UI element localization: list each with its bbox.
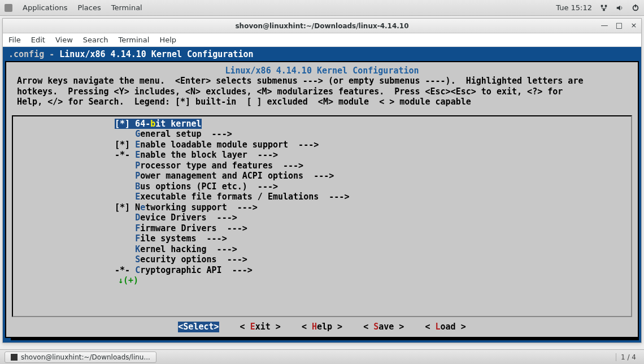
- menu-item-14[interactable]: -*- Cryptographic API --->: [13, 265, 631, 276]
- menuconfig-button-bar: <Select> < Exit > < Help > < Save > < Lo…: [12, 317, 632, 332]
- gnome-top-panel: Applications Places Terminal Tue 15:12: [0, 0, 644, 16]
- terminal-window: shovon@linuxhint:~/Downloads/linux-4.14.…: [2, 18, 642, 343]
- menu-item-0[interactable]: [*] 64-bit kernel: [13, 119, 631, 129]
- menu-view[interactable]: View: [55, 36, 73, 44]
- terminal-icon: [11, 354, 18, 361]
- clock[interactable]: Tue 15:12: [556, 3, 592, 12]
- close-button[interactable]: ×: [630, 21, 638, 29]
- menu-item-10[interactable]: Firmware Drivers --->: [13, 223, 631, 234]
- menuconfig-shadow: [11, 338, 639, 340]
- menu-item-7[interactable]: Executable file formats / Emulations ---…: [13, 192, 631, 202]
- menuconfig-help-l2: hotkeys. Pressing <Y> includes, <N> excl…: [12, 86, 632, 97]
- svg-rect-1: [605, 5, 607, 7]
- menu-item-11[interactable]: File systems --->: [13, 233, 631, 244]
- window-title: shovon@linuxhint:~/Downloads/linux-4.14.…: [235, 22, 408, 30]
- menu-item-9[interactable]: Device Drivers --->: [13, 213, 631, 223]
- menu-item-13[interactable]: Security options --->: [13, 254, 631, 265]
- terminal-content[interactable]: .config - Linux/x86 4.14.10 Kernel Confi…: [3, 47, 641, 343]
- save-button[interactable]: < Save >: [363, 322, 404, 332]
- menu-terminal[interactable]: Terminal: [111, 3, 142, 12]
- menu-item-6[interactable]: Bus options (PCI etc.) --->: [13, 181, 631, 192]
- terminal-menubar: File Edit View Search Terminal Help: [3, 33, 641, 47]
- menuconfig-menu[interactable]: [*] 64-bit kernel General setup --->[*] …: [12, 115, 632, 318]
- exit-button[interactable]: < Exit >: [240, 322, 281, 332]
- menu-applications[interactable]: Applications: [23, 3, 67, 12]
- menu-help[interactable]: Help: [159, 36, 176, 44]
- taskbar-terminal-button[interactable]: shovon@linuxhint:~/Downloads/linu...: [5, 352, 156, 363]
- menu-item-3[interactable]: -*- Enable the block layer --->: [13, 150, 631, 161]
- load-button[interactable]: < Load >: [425, 322, 465, 332]
- menu-item-8[interactable]: [*] Networking support --->: [13, 202, 631, 213]
- menuconfig-inner-title: Linux/x86 4.14.10 Kernel Configuration: [12, 66, 632, 76]
- maximize-button[interactable]: □: [615, 21, 623, 29]
- menu-places[interactable]: Places: [77, 3, 101, 12]
- menu-edit[interactable]: Edit: [31, 36, 45, 44]
- menu-item-2[interactable]: [*] Enable loadable module support --->: [13, 140, 631, 150]
- workspace-pager[interactable]: 1 / 4: [616, 353, 639, 361]
- menu-item-1[interactable]: General setup --->: [13, 129, 631, 140]
- select-button[interactable]: <Select>: [178, 322, 219, 332]
- menuconfig-title: .config - Linux/x86 4.14.10 Kernel Confi…: [5, 49, 639, 61]
- menu-item-12[interactable]: Kernel hacking --->: [13, 244, 631, 255]
- scroll-more-indicator: ↓(+): [13, 275, 631, 286]
- activities-icon[interactable]: [5, 4, 12, 12]
- window-titlebar[interactable]: shovon@linuxhint:~/Downloads/linux-4.14.…: [3, 19, 641, 33]
- menu-item-5[interactable]: Power management and ACPI options --->: [13, 171, 631, 181]
- menuconfig-window: Linux/x86 4.14.10 Kernel Configuration A…: [5, 61, 639, 338]
- menu-search[interactable]: Search: [83, 36, 108, 44]
- taskbar-label: shovon@linuxhint:~/Downloads/linu...: [21, 353, 150, 361]
- menu-terminal-tab[interactable]: Terminal: [118, 36, 149, 44]
- help-button[interactable]: < Help >: [302, 322, 342, 332]
- menuconfig-help-l1: Arrow keys navigate the menu. <Enter> se…: [12, 76, 632, 86]
- menuconfig-help-l3: Help, </> for Search. Legend: [*] built-…: [12, 97, 632, 107]
- gnome-taskbar: shovon@linuxhint:~/Downloads/linu... 1 /…: [0, 349, 644, 364]
- menu-file[interactable]: File: [8, 36, 21, 44]
- menu-item-4[interactable]: Processor type and features --->: [13, 161, 631, 171]
- volume-icon[interactable]: [616, 4, 624, 12]
- power-icon[interactable]: [632, 4, 639, 12]
- svg-rect-4: [635, 4, 636, 7]
- network-icon[interactable]: [600, 4, 608, 12]
- minimize-button[interactable]: —: [601, 21, 608, 29]
- svg-rect-0: [601, 5, 603, 7]
